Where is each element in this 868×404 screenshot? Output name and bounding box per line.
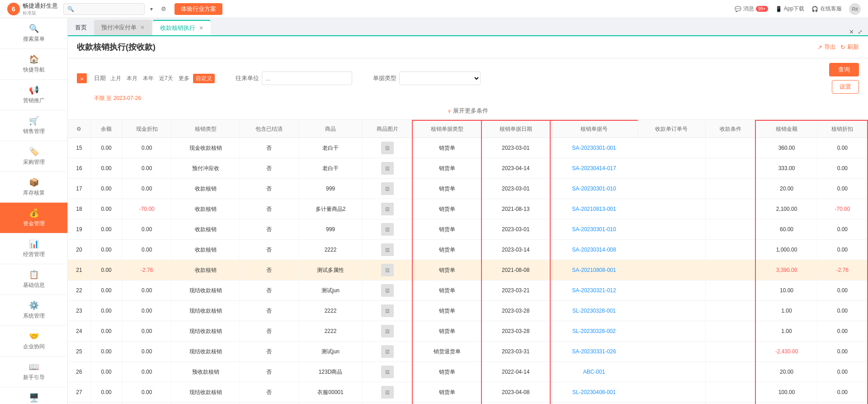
cell-cash-discount: 0.00 — [122, 362, 172, 382]
sidebar-label-guide: 新手引导 — [23, 374, 45, 381]
cell-bill-date: 2023-03-21 — [481, 280, 550, 301]
cell-receipt-condition — [706, 199, 756, 219]
date-this-year[interactable]: 本年 — [141, 74, 156, 83]
bill-no-link[interactable]: SA-20230414-017 — [572, 165, 616, 171]
bill-no-link[interactable]: SA-20230321-012 — [572, 287, 616, 294]
cell-bill-date: 2023-03-14 — [481, 240, 550, 260]
tab-prepay-label: 预付冲应付单 — [101, 24, 137, 32]
bill-no-link[interactable]: SL-20230328-001 — [572, 308, 616, 314]
th-included-cleared: 包含已结清 — [240, 120, 298, 138]
export-button[interactable]: ↗ 导出 — [817, 43, 836, 51]
cell-write-off-amount: 100.00 — [755, 382, 817, 403]
cell-bill-type: 销货单 — [412, 403, 481, 404]
table-row: 27 0.00 0.00 现结收款核销 否 衣服00001 🖼 销货单 2023… — [68, 382, 868, 403]
bill-no-link[interactable]: SA-20210813-001 — [572, 206, 616, 212]
sidebar-item-finance[interactable]: 💰 资金管理 — [0, 203, 67, 233]
tab-close-all-icon[interactable]: ✕ — [849, 29, 854, 35]
tab-expand-icon[interactable]: ⤢ — [858, 29, 863, 35]
cell-receipt-condition — [706, 362, 756, 382]
partner-filter: 往来单位 — [236, 71, 352, 85]
cell-bill-date: 2023-03-01 — [481, 179, 550, 199]
bill-no-link[interactable]: SA-20230314-008 — [572, 247, 616, 253]
cell-balance: 0.00 — [90, 301, 122, 321]
partner-filter-input[interactable] — [262, 71, 352, 85]
sidebar-item-search[interactable]: 🔍 搜索菜单 — [0, 18, 67, 49]
cell-write-off-amount: 1.00 — [755, 301, 817, 321]
tab-collection[interactable]: 收款核销执行 ✕ — [153, 20, 211, 35]
th-goods-image: 商品图片 — [363, 120, 413, 138]
sidebar-item-shortcut[interactable]: 🏠 快捷导航 — [0, 49, 67, 80]
sidebar-item-sales[interactable]: 🛒 销售管理 — [0, 110, 67, 141]
results-table: ⚙ 余额 现金折扣 核销类型 包含已结清 商品 商品图片 核销单据类型 核销单据… — [68, 120, 868, 404]
bill-no-link[interactable]: SL-20230408-001 — [572, 389, 616, 395]
bill-no-link[interactable]: SA-20230301-010 — [572, 226, 616, 233]
bill-no-link[interactable]: SL-20230328-002 — [572, 328, 616, 334]
cell-seq: 22 — [68, 280, 90, 301]
cell-bill-date: 2021-08-08 — [481, 260, 550, 280]
bill-no-link[interactable]: SA-20230331-026 — [572, 348, 616, 355]
sidebar-item-hardware[interactable]: 🖥️ 智能硬件 — [0, 387, 67, 404]
industry-solution-button[interactable]: 体验行业方案 — [175, 3, 222, 15]
sidebar-label-shortcut: 快捷导航 — [23, 66, 45, 74]
cell-seq: 27 — [68, 382, 90, 403]
messages-button[interactable]: 💬 消息 99+ — [735, 5, 768, 13]
filter-bar: » 日期 上月 本月 本年 近7天 更多 自定义 — [68, 58, 868, 120]
bill-no-link[interactable]: SA-20230301-001 — [572, 145, 616, 151]
cell-write-off-type: 现结收款核销 — [172, 382, 240, 403]
date-last-month[interactable]: 上月 — [108, 74, 123, 83]
filter-settings-button[interactable]: 设置 — [832, 80, 859, 94]
bill-no-link[interactable]: ABC-001 — [583, 369, 605, 375]
date-more[interactable]: 更多 — [177, 74, 191, 83]
date-7days[interactable]: 近7天 — [157, 74, 175, 83]
date-custom-button[interactable]: 自定义 — [193, 74, 215, 83]
cell-bill-date: 2021-08-13 — [481, 199, 550, 219]
column-settings-icon: ⚙ — [76, 126, 81, 132]
bill-no-link[interactable]: SA-20210808-001 — [572, 267, 616, 273]
cell-write-off-amount: 20.00 — [755, 362, 817, 382]
user-avatar[interactable]: Rit — [849, 3, 861, 15]
tab-prepay-close[interactable]: ✕ — [140, 24, 145, 31]
cell-write-off-type: 现结收款核销 — [172, 321, 240, 342]
app-download-button[interactable]: 📱 App下载 — [775, 5, 804, 13]
refresh-button[interactable]: ↻ 刷新 — [840, 43, 859, 51]
filter-toggle-button[interactable]: » — [77, 73, 87, 83]
sidebar-item-purchase[interactable]: 🏷️ 采购管理 — [0, 141, 67, 172]
tab-collection-close[interactable]: ✕ — [199, 25, 203, 31]
cell-included-cleared: 否 — [240, 382, 298, 403]
settings-gear-icon[interactable]: ⚙ — [158, 4, 169, 14]
sidebar-item-operation[interactable]: 📊 经营管理 — [0, 233, 67, 264]
data-table: ⚙ 余额 现金折扣 核销类型 包含已结清 商品 商品图片 核销单据类型 核销单据… — [68, 120, 868, 404]
search-icon: 🔍 — [67, 6, 74, 12]
expand-more-button[interactable]: ∨ 展开更多条件 — [448, 107, 488, 115]
sidebar-item-collab[interactable]: 🤝 企业协同 — [0, 326, 67, 356]
cell-bill-type: 销货单 — [412, 199, 481, 219]
cell-write-off-type: 收款核销 — [172, 240, 240, 260]
cell-bill-date: 2023-03-01 — [481, 138, 550, 158]
page-header: 收款核销执行(按收款) ↗ 导出 ↻ 刷新 — [68, 36, 868, 58]
bill-type-select[interactable] — [399, 71, 481, 85]
tab-prepay[interactable]: 预付冲应付单 ✕ — [94, 20, 152, 35]
sidebar-item-inventory[interactable]: 📦 库存核算 — [0, 172, 67, 203]
cell-cash-discount: 0.00 — [122, 280, 172, 301]
table-row: 24 0.00 0.00 现结收款核销 否 2222 🖼 销货单 2023-03… — [68, 321, 868, 342]
th-settings[interactable]: ⚙ — [68, 120, 90, 138]
th-cash-discount: 现金折扣 — [122, 120, 172, 138]
dropdown-arrow[interactable]: ▾ — [150, 6, 153, 12]
date-this-month[interactable]: 本月 — [125, 74, 139, 83]
cell-cash-discount: 0.00 — [122, 321, 172, 342]
goods-image-placeholder: 🖼 — [381, 264, 394, 276]
online-service-button[interactable]: 🎧 在线客服 — [811, 5, 842, 13]
sidebar-item-system[interactable]: ⚙️ 系统管理 — [0, 295, 67, 326]
cell-seq: 28 — [68, 403, 90, 404]
sidebar-item-basic[interactable]: 📋 基础信息 — [0, 264, 67, 295]
sales-icon: 🛒 — [29, 116, 39, 126]
cell-write-off-type: 收款核销 — [172, 179, 240, 199]
cell-seq: 15 — [68, 138, 90, 158]
sidebar-item-marketing[interactable]: 📢 营销推广 — [0, 80, 67, 110]
sidebar-item-guide[interactable]: 📖 新手引导 — [0, 356, 67, 387]
goods-image-placeholder: 🖼 — [381, 304, 394, 317]
bill-no-link[interactable]: SA-20230301-010 — [572, 185, 616, 192]
tab-home[interactable]: 首页 — [68, 20, 94, 35]
query-button[interactable]: 查询 — [829, 63, 859, 76]
cell-write-off-amount: 60.00 — [755, 219, 817, 240]
